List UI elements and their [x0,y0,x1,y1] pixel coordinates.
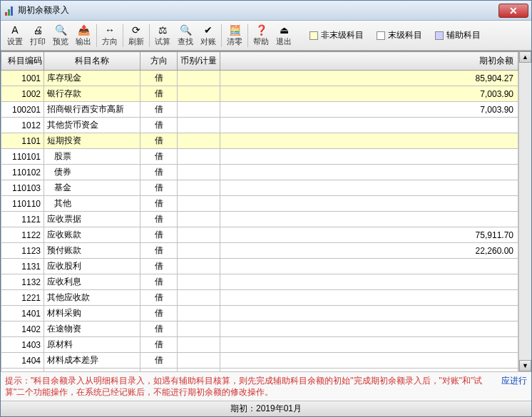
cell-balance[interactable] [220,306,518,321]
cell-direction[interactable]: 借 [140,212,178,227]
cell-direction[interactable]: 借 [140,337,178,353]
preview-button[interactable]: 🔍预览 [49,22,72,48]
cell-code[interactable]: 1403 [1,337,44,353]
cell-direction[interactable]: 借 [140,165,178,180]
table-row[interactable]: 1403原材料借 [1,337,518,353]
cell-code[interactable]: 1002 [1,86,44,102]
settings-button[interactable]: A设置 [4,22,26,48]
cell-name[interactable]: 招商银行西安市高新 [44,102,140,118]
cell-direction[interactable]: 借 [140,290,178,306]
cell-code[interactable]: 1101 [1,133,44,149]
cell-direction[interactable]: 借 [140,259,178,274]
cell-direction[interactable]: 借 [140,149,178,165]
table-row[interactable]: 1123预付账款借22,260.00 [1,243,518,259]
cell-balance[interactable] [220,321,518,337]
col-name[interactable]: 科目名称 [44,52,140,71]
cell-currency[interactable] [178,133,220,149]
cell-code[interactable]: 1404 [1,353,44,369]
cell-code[interactable]: 1001 [1,71,44,86]
cell-code[interactable]: 110102 [1,165,44,180]
cell-name[interactable]: 应收利息 [44,274,140,290]
cell-code[interactable]: 1131 [1,259,44,274]
cell-direction[interactable]: 借 [140,71,178,86]
cell-currency[interactable] [178,353,220,369]
cell-name[interactable]: 短期投资 [44,133,140,149]
cell-name[interactable]: 材料成本差异 [44,353,140,369]
print-button[interactable]: 🖨打印 [26,22,49,48]
table-row[interactable]: 1221其他应收款借 [1,290,518,306]
cell-balance[interactable] [220,165,518,180]
cell-currency[interactable] [178,259,220,274]
cell-currency[interactable] [178,274,220,290]
cell-code[interactable]: 1401 [1,306,44,321]
cell-balance[interactable]: 7,003.90 [220,102,518,118]
cell-name[interactable]: 基金 [44,180,140,196]
cell-direction[interactable]: 借 [140,133,178,149]
cell-direction[interactable]: 借 [140,243,178,259]
table-row[interactable]: 110102债券借 [1,165,518,180]
cell-balance[interactable] [220,118,518,133]
refresh-button[interactable]: ⟳刷新 [125,22,148,48]
reconcile-button[interactable]: ✔对账 [197,22,220,48]
cell-currency[interactable] [178,102,220,118]
cell-direction[interactable]: 借 [140,227,178,243]
cell-balance[interactable] [220,196,518,212]
hint-action[interactable]: 应进行 [501,375,527,398]
cell-direction[interactable]: 借 [140,180,178,196]
close-button[interactable]: ✕ [498,4,528,18]
cell-direction[interactable]: 借 [140,118,178,133]
cell-name[interactable]: 其他 [44,196,140,212]
table-row[interactable]: 1132应收利息借 [1,274,518,290]
cell-balance[interactable]: 7,003.90 [220,86,518,102]
col-currency[interactable]: 币别/计量 [178,52,220,71]
cell-code[interactable]: 1121 [1,212,44,227]
col-code[interactable]: 科目编码 [1,52,44,71]
cell-currency[interactable] [178,290,220,306]
cell-currency[interactable] [178,227,220,243]
cell-name[interactable]: 材料采购 [44,306,140,321]
cell-code[interactable]: 100201 [1,102,44,118]
col-direction[interactable]: 方向 [140,52,178,71]
cell-currency[interactable] [178,118,220,133]
cell-name[interactable]: 银行存款 [44,86,140,102]
scroll-down-button[interactable]: ▼ [519,360,531,371]
cell-code[interactable]: 110103 [1,180,44,196]
table-row[interactable]: 1012其他货币资金借 [1,118,518,133]
cell-balance[interactable] [220,149,518,165]
table-row[interactable]: 1131应收股利借 [1,259,518,274]
cell-code[interactable]: 1132 [1,274,44,290]
cell-name[interactable]: 预付账款 [44,243,140,259]
cell-code[interactable]: 110101 [1,149,44,165]
export-button[interactable]: 📤输出 [72,22,95,48]
table-row[interactable]: 1002银行存款借7,003.90 [1,86,518,102]
exit-button[interactable]: ⏏退出 [272,22,295,48]
cell-balance[interactable]: 75,911.70 [220,227,518,243]
cell-balance[interactable] [220,212,518,227]
cell-currency[interactable] [178,337,220,353]
cell-name[interactable]: 其他应收款 [44,290,140,306]
cell-direction[interactable]: 借 [140,321,178,337]
cell-balance[interactable] [220,290,518,306]
table-row[interactable]: 1121应收票据借 [1,212,518,227]
cell-direction[interactable]: 借 [140,353,178,369]
cell-balance[interactable]: 22,260.00 [220,243,518,259]
cell-currency[interactable] [178,243,220,259]
cell-balance[interactable]: 85,904.27 [220,71,518,86]
cell-name[interactable]: 应收股利 [44,259,140,274]
vertical-scrollbar[interactable]: ▲ ▼ [518,51,531,371]
cell-name[interactable]: 在途物资 [44,321,140,337]
cell-currency[interactable] [178,165,220,180]
cell-name[interactable]: 应收账款 [44,227,140,243]
table-row[interactable]: 1001库存现金借85,904.27 [1,71,518,86]
cell-direction[interactable]: 借 [140,102,178,118]
cell-balance[interactable] [220,274,518,290]
direction-button[interactable]: ↔方向 [98,22,121,48]
cell-currency[interactable] [178,149,220,165]
trial-button[interactable]: ⚖试算 [151,22,174,48]
table-row[interactable]: 1404材料成本差异借 [1,353,518,369]
cell-balance[interactable] [220,259,518,274]
cell-code[interactable]: 1012 [1,118,44,133]
cell-currency[interactable] [178,306,220,321]
cell-code[interactable]: 1123 [1,243,44,259]
cell-name[interactable]: 原材料 [44,337,140,353]
